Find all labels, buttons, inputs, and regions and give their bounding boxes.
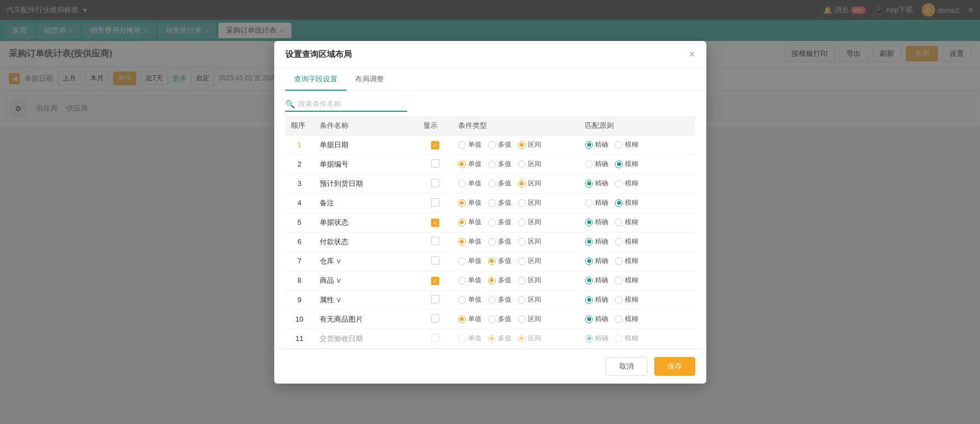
table-header-row: 顺序 条件名称 显示 条件类型 匹配原则 — [285, 116, 695, 127]
conditions-table: 顺序 条件名称 显示 条件类型 匹配原则 1单据日期✓单值多值区间精确模糊2单据… — [285, 116, 695, 127]
modal-title: 设置查询区域布局 — [285, 49, 352, 60]
modal-overlay: 设置查询区域布局 × 查询字段设置 布局调整 🔍 顺序 条件名称 显示 — [0, 0, 980, 127]
th-order: 顺序 — [285, 116, 314, 127]
modal-tab-bar: 查询字段设置 布局调整 — [274, 69, 706, 91]
th-type: 条件类型 — [453, 116, 579, 127]
modal-header: 设置查询区域布局 × — [274, 41, 706, 69]
search-input[interactable] — [298, 100, 398, 108]
search-icon: 🔍 — [285, 100, 295, 108]
modal-dialog: 设置查询区域布局 × 查询字段设置 布局调整 🔍 顺序 条件名称 显示 — [274, 41, 706, 127]
modal-search-area: 🔍 — [274, 91, 706, 116]
modal-close-button[interactable]: × — [689, 49, 695, 60]
modal-tab-fields[interactable]: 查询字段设置 — [285, 69, 346, 91]
th-match: 匹配原则 — [579, 116, 695, 127]
modal-tab-layout[interactable]: 布局调整 — [346, 69, 393, 91]
search-input-wrapper: 🔍 — [285, 97, 407, 112]
th-name: 条件名称 — [314, 116, 418, 127]
modal-table: 顺序 条件名称 显示 条件类型 匹配原则 1单据日期✓单值多值区间精确模糊2单据… — [274, 116, 706, 127]
table-head: 顺序 条件名称 显示 条件类型 匹配原则 — [285, 116, 695, 127]
th-show: 显示 — [418, 116, 453, 127]
